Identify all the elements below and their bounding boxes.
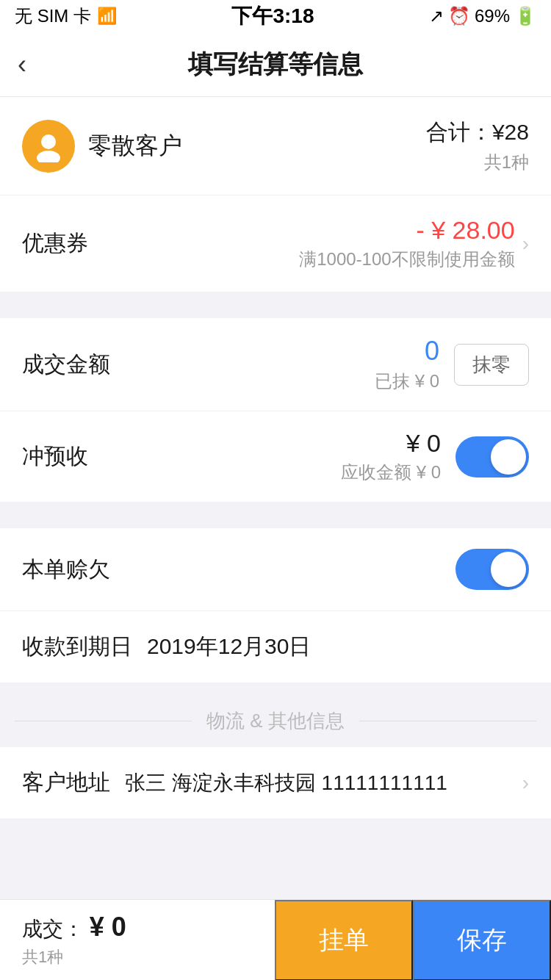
- deal-amount-label: 成交金额: [22, 350, 110, 380]
- battery-label: 69%: [475, 6, 510, 26]
- bottom-deal-amount: ¥ 0: [90, 912, 126, 942]
- prepay-right: ¥ 0 应收金额 ¥ 0: [341, 429, 529, 484]
- logistics-line-right: [359, 721, 536, 721]
- customer-total: 合计：¥28: [426, 118, 529, 148]
- customer-count: 共1种: [426, 151, 529, 174]
- coupon-desc: 满1000-100不限制使用金额: [299, 248, 514, 271]
- prepay-amount-wrap: ¥ 0 应收金额 ¥ 0: [341, 429, 441, 484]
- debt-toggle-knob: [491, 552, 526, 587]
- address-chevron-icon: ›: [522, 771, 529, 795]
- svg-point-1: [37, 151, 60, 162]
- svg-point-0: [41, 134, 56, 149]
- due-date-row: 收款到期日 2019年12月30日: [0, 610, 551, 682]
- debt-section: 本单赊欠 收款到期日 2019年12月30日: [0, 528, 551, 682]
- customer-name: 零散客户: [88, 130, 182, 162]
- customer-section: 零散客户 合计：¥28 共1种 优惠券 - ¥ 28.00 满1000-100不…: [0, 97, 551, 292]
- logistics-divider: 物流 & 其他信息: [0, 694, 551, 747]
- address-label: 客户地址: [22, 768, 110, 798]
- deal-amount-wrap: 0 已抹 ¥ 0: [375, 336, 439, 393]
- section-divider-2: [0, 514, 551, 528]
- round-zero-button[interactable]: 抹零: [454, 344, 529, 386]
- deal-amount-section: 成交金额 0 已抹 ¥ 0 抹零 冲预收 ¥ 0 应收金额 ¥ 0: [0, 318, 551, 502]
- address-value: 张三 海淀永丰科技园 11111111111: [125, 769, 522, 797]
- customer-row: 零散客户 合计：¥28 共1种: [0, 97, 551, 195]
- debt-row: 本单赊欠: [0, 528, 551, 610]
- bottom-summary: 成交： ¥ 0 共1种: [0, 912, 275, 968]
- coupon-row[interactable]: 优惠券 - ¥ 28.00 满1000-100不限制使用金额 ›: [0, 195, 551, 292]
- bottom-deal-line: 成交： ¥ 0: [22, 912, 253, 943]
- prepay-toggle[interactable]: [455, 436, 529, 478]
- logistics-label: 物流 & 其他信息: [206, 708, 345, 734]
- deal-amount-value: 0: [375, 336, 439, 367]
- page-title: 填写结算等信息: [188, 48, 363, 82]
- sim-label: 无 SIM 卡: [15, 4, 91, 28]
- due-date-value: 2019年12月30日: [147, 632, 311, 662]
- customer-avatar-icon: [32, 130, 65, 162]
- coupon-content: - ¥ 28.00 满1000-100不限制使用金额: [299, 216, 514, 271]
- alarm-icon: ⏰: [448, 6, 470, 26]
- status-bar: 无 SIM 卡 📶 下午3:18 ↗ ⏰ 69% 🔋: [0, 0, 551, 32]
- bottom-deal-label: 成交：: [22, 918, 84, 940]
- deal-amount-row: 成交金额 0 已抹 ¥ 0 抹零: [0, 318, 551, 411]
- location-icon: ↗: [429, 6, 444, 26]
- back-button[interactable]: ‹: [18, 49, 26, 80]
- coupon-amount: - ¥ 28.00: [299, 216, 514, 245]
- status-right: ↗ ⏰ 69% 🔋: [429, 6, 536, 26]
- bottom-bar: 成交： ¥ 0 共1种 挂单 保存: [0, 899, 551, 980]
- prepay-amount: ¥ 0: [341, 429, 441, 458]
- logistics-line-left: [15, 721, 192, 721]
- prepay-label: 冲预收: [22, 442, 88, 472]
- due-date-label: 收款到期日: [22, 632, 132, 662]
- debt-toggle[interactable]: [455, 549, 529, 590]
- wifi-icon: 📶: [97, 7, 117, 26]
- coupon-right: - ¥ 28.00 满1000-100不限制使用金额 ›: [299, 216, 529, 271]
- bottom-count: 共1种: [22, 946, 253, 968]
- customer-left: 零散客户: [22, 120, 182, 173]
- toggle-knob: [491, 439, 526, 475]
- prepay-receivable: 应收金额 ¥ 0: [341, 461, 441, 484]
- coupon-chevron-icon: ›: [522, 232, 529, 256]
- nav-bar: ‹ 填写结算等信息: [0, 32, 551, 97]
- debt-label: 本单赊欠: [22, 555, 110, 585]
- address-row[interactable]: 客户地址 张三 海淀永丰科技园 11111111111 ›: [0, 747, 551, 818]
- status-time: 下午3:18: [231, 2, 314, 30]
- status-left: 无 SIM 卡 📶: [15, 4, 117, 28]
- deal-right: 0 已抹 ¥ 0 抹零: [375, 336, 529, 393]
- address-section: 客户地址 张三 海淀永丰科技园 11111111111 ›: [0, 747, 551, 818]
- pending-button[interactable]: 挂单: [275, 900, 413, 981]
- battery-icon: 🔋: [514, 6, 536, 26]
- coupon-label: 优惠券: [22, 228, 88, 259]
- section-divider-1: [0, 303, 551, 318]
- deal-subtracted: 已抹 ¥ 0: [375, 370, 439, 393]
- save-button[interactable]: 保存: [413, 900, 551, 981]
- prepay-row: 冲预收 ¥ 0 应收金额 ¥ 0: [0, 411, 551, 502]
- customer-right: 合计：¥28 共1种: [426, 118, 529, 174]
- avatar: [22, 120, 75, 173]
